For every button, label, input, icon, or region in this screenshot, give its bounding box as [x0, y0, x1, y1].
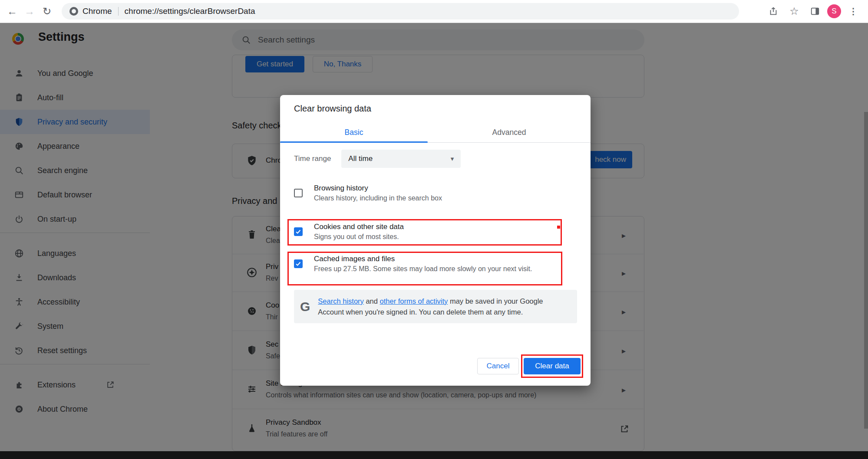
- time-range-value: All time: [348, 154, 373, 163]
- browsing-history-checkbox[interactable]: [294, 189, 303, 197]
- toolbar-actions: ☆ S ⋮: [765, 3, 868, 20]
- other-activity-link[interactable]: other forms of activity: [380, 297, 448, 305]
- active-tab-indicator: [280, 141, 428, 143]
- reload-button[interactable]: ↻: [38, 3, 56, 20]
- checkbox-row-browsing-history: Browsing history Clears history, includi…: [294, 183, 442, 203]
- screen: ← → ↻ Chrome chrome://settings/clearBrow…: [0, 0, 868, 459]
- dialog-tabs: Basic Advanced: [280, 123, 591, 143]
- checkbox-row-cookies: Cookies and other site data Signs you ou…: [294, 222, 404, 242]
- search-history-link[interactable]: Search history: [318, 297, 363, 305]
- cookies-checkbox[interactable]: [294, 227, 303, 236]
- cancel-button[interactable]: Cancel: [477, 358, 519, 374]
- chrome-favicon-icon: [69, 7, 78, 16]
- checkbox-row-cached-images: Cached images and files Frees up 27.5 MB…: [294, 254, 532, 274]
- clear-browsing-data-dialog: Clear browsing data Basic Advanced Time …: [280, 95, 591, 386]
- browser-toolbar: ← → ↻ Chrome chrome://settings/clearBrow…: [0, 0, 868, 23]
- site-label: Chrome: [83, 7, 112, 16]
- side-panel-button[interactable]: [806, 3, 824, 20]
- address-bar[interactable]: Chrome chrome://settings/clearBrowserDat…: [62, 3, 739, 20]
- google-account-note: G Search history and other forms of acti…: [294, 290, 577, 323]
- chevron-down-icon: ▾: [451, 155, 454, 163]
- side-panel-icon: [810, 7, 820, 16]
- address-divider: [118, 7, 119, 16]
- three-dots-icon: ⋮: [849, 6, 858, 16]
- tab-advanced[interactable]: Advanced: [428, 123, 591, 142]
- clear-data-button[interactable]: Clear data: [524, 358, 581, 374]
- cached-images-checkbox[interactable]: [294, 259, 303, 268]
- tab-basic[interactable]: Basic: [280, 123, 428, 142]
- bookmark-button[interactable]: ☆: [785, 3, 803, 20]
- back-icon: ←: [7, 5, 17, 17]
- forward-button[interactable]: →: [21, 3, 38, 20]
- annotation-dot: [557, 226, 560, 229]
- forward-icon: →: [24, 5, 35, 17]
- url-text: chrome://settings/clearBrowserData: [125, 7, 255, 16]
- star-icon: ☆: [789, 5, 799, 17]
- browser-menu-button[interactable]: ⋮: [845, 3, 862, 20]
- time-range-row: Time range All time ▾: [294, 150, 461, 168]
- google-g-icon: G: [300, 299, 310, 314]
- reload-icon: ↻: [43, 5, 51, 17]
- back-button[interactable]: ←: [3, 3, 21, 20]
- bottom-black-bar: [0, 451, 868, 459]
- time-range-select[interactable]: All time ▾: [341, 150, 461, 168]
- avatar-letter: S: [832, 7, 836, 16]
- profile-avatar[interactable]: S: [827, 4, 841, 18]
- time-range-label: Time range: [294, 154, 331, 163]
- share-icon: [769, 7, 778, 16]
- share-button[interactable]: [765, 3, 782, 20]
- page-scrollbar[interactable]: [864, 112, 868, 429]
- dialog-title: Clear browsing data: [294, 104, 371, 114]
